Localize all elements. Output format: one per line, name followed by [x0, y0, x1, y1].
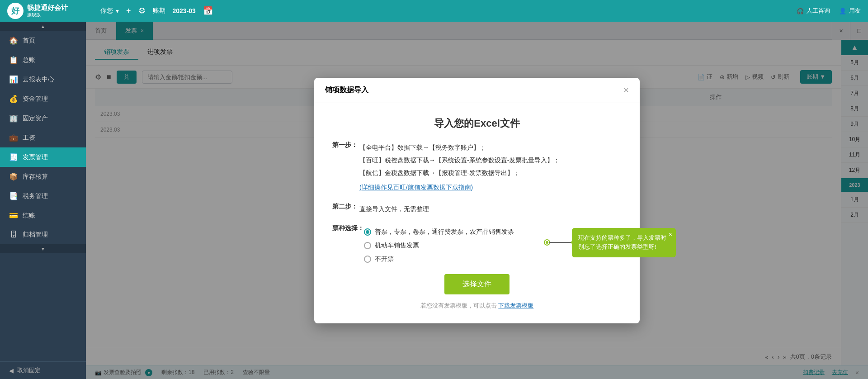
- step2-row: 第二步： 直接导入文件，无需整理: [332, 203, 622, 215]
- modal-overlay: 销项数据导入 × 导入您的Excel文件 第一步： 【全电平台】数据下载→【税务…: [86, 22, 868, 379]
- tooltip-wrapper: × 现在支持的票种多了，导入发票时别忘了选择正确的发票类型呀!: [545, 228, 676, 258]
- sidebar-item-ledger[interactable]: 📋 总账: [0, 50, 86, 70]
- radio-normal-label: 普票，专票，卷票，通行费发票，农产品销售发票: [375, 228, 514, 236]
- sidebar-scroll-down[interactable]: ▼: [0, 244, 86, 253]
- radio-motor-circle[interactable]: [364, 242, 371, 249]
- sidebar-item-label-inventory: 库存核算: [23, 173, 48, 181]
- topbar-main: 你您 ▾ + ⚙ 账期 2023-03 📅: [93, 6, 797, 16]
- step1-inline: 第一步： 【全电平台】数据下载→【税务数字账户】； 【百旺】税控盘数据下载→【系…: [332, 141, 622, 194]
- step1-label: 第一步：: [332, 141, 359, 149]
- sidebar-item-label-fund: 资金管理: [23, 95, 48, 103]
- radio-motor-label: 机动车销售发票: [375, 242, 419, 250]
- tooltip-dot: [545, 240, 549, 245]
- sidebar-item-label-salary: 工资: [23, 134, 35, 142]
- sidebar-item-label-ledger: 总账: [23, 56, 35, 64]
- step1-row: 第一步： 【全电平台】数据下载→【税务数字账户】； 【百旺】税控盘数据下载→【系…: [332, 141, 622, 194]
- radio-none-circle[interactable]: [364, 256, 371, 263]
- tooltip-close-button[interactable]: ×: [669, 231, 672, 238]
- sidebar-item-invoice[interactable]: 🧾 发票管理: [0, 147, 86, 167]
- sidebar: ▲ 🏠 首页 📋 总账 📊 云报表中心 💰 资金管理 🏢 固定资产 💼 工资 🧾…: [0, 22, 86, 379]
- modal-header: 销项数据导入 ×: [314, 78, 640, 103]
- download-hint: 若您没有发票模版，可以点击 下载发票模版: [332, 302, 622, 310]
- sidebar-item-assets[interactable]: 🏢 固定资产: [0, 109, 86, 128]
- topbar-right: 🎧 人工咨询 👤 用友: [797, 7, 861, 15]
- tooltip-text: 现在支持的票种多了，导入发票时别忘了选择正确的发票类型呀!: [578, 234, 666, 251]
- step1-guide-link[interactable]: (详细操作见百旺/航信发票数据下载指南): [359, 184, 473, 191]
- sidebar-item-inventory[interactable]: 📦 库存核算: [0, 167, 86, 186]
- step2-inline: 第二步： 直接导入文件，无需整理: [332, 203, 622, 215]
- pin-icon: ◀: [9, 367, 14, 374]
- select-file-button[interactable]: 选择文件: [444, 274, 509, 294]
- tooltip-popup: × 现在支持的票种多了，导入发票时别忘了选择正确的发票类型呀!: [572, 228, 676, 258]
- sidebar-item-label-cloud: 云报表中心: [23, 76, 54, 84]
- period-label: 账期: [153, 7, 165, 15]
- salary-icon: 💼: [9, 133, 18, 142]
- step2-content: 直接导入文件，无需整理: [359, 203, 429, 215]
- sidebar-item-label-tax: 税务管理: [23, 192, 48, 200]
- sidebar-item-label-home: 首页: [23, 37, 35, 45]
- sidebar-item-settlement[interactable]: 💳 结账: [0, 206, 86, 225]
- sidebar-item-salary[interactable]: 💼 工资: [0, 128, 86, 147]
- radio-normal-dot: [366, 230, 369, 234]
- tax-icon: 📑: [9, 192, 18, 200]
- period-value: 2023-03: [173, 7, 196, 14]
- headset-icon: 🎧: [797, 8, 804, 14]
- consult-label: 人工咨询: [807, 7, 830, 15]
- step1-link-container: (详细操作见百旺/航信发票数据下载指南): [359, 181, 560, 194]
- logo-subtitle: 旗舰版: [27, 12, 68, 18]
- top-bar: 好 畅捷通好会计 旗舰版 你您 ▾ + ⚙ 账期 2023-03 📅 🎧 人工咨…: [0, 0, 868, 22]
- fund-icon: 💰: [9, 95, 18, 103]
- sidebar-item-home[interactable]: 🏠 首页: [0, 31, 86, 50]
- settlement-icon: 💳: [9, 211, 18, 220]
- sidebar-item-label-settlement: 结账: [23, 212, 35, 220]
- radio-motor[interactable]: 机动车销售发票 × 现在支持的票种多了，导入发票时别忘了选择正确的发票类型呀!: [364, 242, 514, 250]
- sidebar-item-fund[interactable]: 💰 资金管理: [0, 89, 86, 109]
- modal-body: 导入您的Excel文件 第一步： 【全电平台】数据下载→【税务数字账户】； 【百…: [314, 103, 640, 323]
- archive-icon: 🗄: [9, 231, 18, 239]
- step2-label: 第二步：: [332, 203, 359, 211]
- invoice-icon: 🧾: [9, 153, 18, 161]
- account-selector[interactable]: 你您 ▾: [100, 7, 119, 15]
- radio-normal[interactable]: 普票，专票，卷票，通行费发票，农产品销售发票: [364, 228, 514, 236]
- consult-item[interactable]: 🎧 人工咨询: [797, 7, 830, 15]
- logo-title: 畅捷通好会计: [27, 4, 68, 12]
- modal-dialog: 销项数据导入 × 导入您的Excel文件 第一步： 【全电平台】数据下载→【税务…: [314, 78, 640, 323]
- cloud-icon: 📊: [9, 75, 18, 84]
- sidebar-cancel-fixed[interactable]: ◀ 取消固定: [0, 361, 86, 379]
- settings-button[interactable]: ⚙: [138, 6, 146, 16]
- tooltip-container: × 现在支持的票种多了，导入发票时别忘了选择正确的发票类型呀!: [545, 228, 676, 258]
- download-template-link[interactable]: 下载发票模版: [498, 302, 533, 309]
- home-icon: 🏠: [9, 36, 18, 45]
- user-label: 用友: [849, 7, 861, 15]
- step1-line-2: 【百旺】税控盘数据下载→【系统设置-系统参数设置-发票批量导入】；: [359, 154, 560, 166]
- ledger-icon: 📋: [9, 56, 18, 64]
- sidebar-item-label-invoice: 发票管理: [23, 153, 48, 161]
- sidebar-scroll-up[interactable]: ▲: [0, 22, 86, 31]
- ticket-label: 票种选择：: [332, 224, 364, 232]
- account-dropdown-icon: ▾: [116, 7, 119, 14]
- sidebar-item-archive[interactable]: 🗄 归档管理: [0, 225, 86, 244]
- radio-normal-circle[interactable]: [364, 228, 371, 236]
- sidebar-item-cloud[interactable]: 📊 云报表中心: [0, 70, 86, 89]
- modal-title: 销项数据导入: [325, 85, 368, 95]
- sidebar-item-tax[interactable]: 📑 税务管理: [0, 186, 86, 206]
- logo: 好 畅捷通好会计 旗舰版: [7, 3, 93, 19]
- step1-line-1: 【全电平台】数据下载→【税务数字账户】；: [359, 141, 560, 154]
- assets-icon: 🏢: [9, 114, 18, 123]
- ticket-section: 票种选择： 普票，专票，卷票，通行费发票，农产品销售发票 机动车销售发票: [332, 224, 622, 263]
- add-button[interactable]: +: [126, 6, 131, 16]
- step1-content: 【全电平台】数据下载→【税务数字账户】； 【百旺】税控盘数据下载→【系统设置-系…: [359, 141, 560, 194]
- account-name: 你您: [100, 7, 113, 15]
- step1-line-3: 【航信】金税盘数据下载→【报税管理-发票数据导出】；: [359, 166, 560, 179]
- calendar-button[interactable]: 📅: [203, 6, 213, 16]
- radio-none[interactable]: 不开票: [364, 255, 514, 263]
- user-item[interactable]: 👤 用友: [839, 7, 861, 15]
- sidebar-item-label-archive: 归档管理: [23, 231, 48, 239]
- modal-import-title: 导入您的Excel文件: [332, 117, 622, 130]
- ticket-inline: 票种选择： 普票，专票，卷票，通行费发票，农产品销售发票 机动车销售发票: [332, 224, 622, 263]
- modal-close-button[interactable]: ×: [623, 85, 629, 95]
- logo-icon: 好: [7, 3, 24, 19]
- radio-none-label: 不开票: [375, 255, 394, 263]
- sidebar-item-label-assets: 固定资产: [23, 114, 48, 123]
- download-hint-text: 若您没有发票模版，可以点击: [420, 302, 497, 309]
